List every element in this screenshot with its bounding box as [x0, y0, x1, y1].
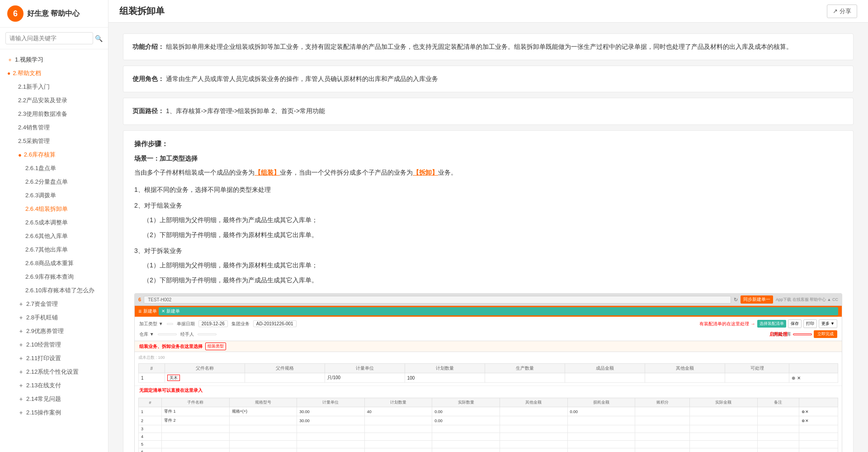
sidebar-item-2-6-5[interactable]: 2.6.5成本调整单	[14, 216, 108, 229]
sub-copy-icon-1[interactable]: ⊕	[802, 409, 805, 414]
sidebar-item-1[interactable]: ＋ 1.视频学习	[0, 53, 108, 67]
sidebar-item-2-9[interactable]: ＋ 2.9优惠券管理	[7, 324, 108, 338]
mock-sub-th-spec: 规格型号	[229, 398, 297, 407]
search-button[interactable]: 🔍	[95, 35, 103, 42]
mock-td-1-spec	[245, 373, 325, 383]
search-input[interactable]	[5, 32, 93, 44]
mock-date-value: 2019-12-26	[198, 320, 228, 327]
sidebar-item-2-6-2[interactable]: 2.6.2分量盘点单	[14, 175, 108, 189]
sidebar-item-2-3[interactable]: 2.3使用前数据准备	[7, 107, 108, 121]
sidebar-item-2-11[interactable]: ＋ 2.11打印设置	[7, 352, 108, 365]
sidebar-item-2-6-8-label: 2.6.8商品成本重算	[25, 259, 74, 267]
sidebar-item-2-6-5-label: 2.6.5成本调整单	[25, 219, 68, 227]
mock-sub-th-unit: 计量单位	[297, 398, 365, 407]
sub-td-2-remark	[757, 416, 799, 425]
sidebar-item-2-6[interactable]: ● 2.6库存核算	[7, 148, 108, 162]
share-button[interactable]: ↗ 分享	[827, 5, 857, 18]
sidebar-item-2-10[interactable]: ＋ 2.10经营管理	[7, 338, 108, 352]
sub-td-2-name: 零件 2	[161, 416, 229, 425]
mock-id-value: AD-20191226-001	[253, 320, 297, 327]
mock-new-build-tab: 新建单	[143, 308, 157, 314]
mock-td-1-name-input[interactable]: 关木	[167, 375, 180, 381]
sub-td-1-unit: 30.00	[297, 407, 365, 416]
sub-td-1-actual: 0.00	[432, 407, 500, 416]
mock-config-btn[interactable]: 选择装配清单	[757, 320, 786, 328]
sidebar-item-2[interactable]: ● 2.帮助文档	[0, 67, 108, 80]
sub-del-icon-2[interactable]: ✕	[805, 419, 809, 423]
sub-copy-icon-2[interactable]: ⊕	[802, 419, 805, 423]
sub-td-2-score	[635, 416, 690, 425]
mock-process-warehouse-input	[793, 333, 812, 335]
sidebar-item-2-7-label: 2.7资金管理	[26, 300, 58, 308]
mock-print-btn[interactable]: 打印	[803, 319, 817, 328]
nav-sub-2-6: 2.6.1盘点单 2.6.2分量盘点单 2.6.3调拨单 2.6.4组装拆卸单 …	[7, 162, 108, 297]
sidebar-item-2-6-4[interactable]: 2.6.4组装拆卸单	[14, 202, 108, 216]
sidebar-item-2-14[interactable]: ＋ 2.14常见问题	[7, 392, 108, 406]
mock-browser-bar: 6 TEST-H002 ↻ 同步新建单一 App下载 在线客服 帮助中心 ▲ C…	[135, 294, 842, 306]
role-text: 通常由生产人员或库管人员完成拆装业务的操作，库管人员确认原材料的出库和产成品的入…	[166, 75, 438, 82]
mock-new-order-btn[interactable]: 同步新建单一	[741, 295, 773, 304]
sidebar-item-2-1[interactable]: 2.1新手入门	[7, 80, 108, 94]
sub-table-row-2: 2 零件 2 30.00 0.00	[139, 416, 838, 425]
mock-td-1-prod	[485, 373, 565, 383]
mock-person-input	[198, 333, 217, 335]
mock-other-btn[interactable]: 更多 ▼	[819, 319, 837, 328]
mock-sub-th-remark: 备注	[757, 398, 799, 407]
sub-td-2-actual: 0.00	[432, 416, 500, 425]
sidebar-item-2-6-9[interactable]: 2.6.9库存账本查询	[14, 270, 108, 284]
sidebar-item-2-6-1[interactable]: 2.6.1盘点单	[14, 162, 108, 175]
sidebar-item-2-6-6[interactable]: 2.6.6其他入库单	[14, 229, 108, 243]
mock-type-input-box: 组装类型	[205, 343, 226, 350]
sidebar-item-2-4-label: 2.4销售管理	[18, 124, 50, 132]
sub-td-2-other	[500, 416, 567, 425]
mock-copy-icon[interactable]: ⊕	[792, 376, 795, 381]
mock-th-other-amt: 其他金额	[645, 364, 725, 373]
sidebar-item-2-6-8[interactable]: 2.6.8商品成本重算	[14, 257, 108, 270]
sidebar-item-2-8[interactable]: ＋ 2.8手机旺铺	[7, 311, 108, 324]
mock-sub-table-area: # 子件名称 规格型号 计量单位 计划数量 实际数量 其他金额 损耗金额 账积分	[135, 395, 842, 452]
step3-1-text: （1）上部明细为父件明细，最终作为原材料生成其它出库单；	[134, 259, 842, 271]
sidebar-item-2-2[interactable]: 2.2产品安装及登录	[7, 94, 108, 107]
sub-td-2-real	[690, 416, 758, 425]
sidebar-item-2-4[interactable]: 2.4销售管理	[7, 121, 108, 134]
mock-process-confirm-btn[interactable]: 立即完成	[814, 330, 837, 338]
step2-text: 2、对于组装业务	[134, 200, 842, 212]
mock-sub-th-plan: 计划数量	[364, 398, 432, 407]
sidebar-item-2-6-9-label: 2.6.9库存账本查询	[25, 273, 74, 281]
mock-th-num: #	[139, 364, 165, 373]
steps-section: 操作步骤： 场景一：加工类型选择 当由多个子件材料组装成一个成品的业务为【组装】…	[123, 130, 854, 452]
mock-sub-th-loss: 损耗金额	[567, 398, 635, 407]
scenario1-desc: 当由多个子件材料组装成一个成品的业务为【组装】业务，当由一个父件拆分成多个子产品…	[134, 167, 842, 179]
sub-td-2-loss	[567, 416, 635, 425]
sub-td-2-plan	[364, 416, 432, 425]
sidebar-item-2-6-1-label: 2.6.1盘点单	[25, 164, 56, 172]
sidebar-item-2-13[interactable]: ＋ 2.13在线支付	[7, 379, 108, 392]
sidebar-item-2-12[interactable]: ＋ 2.12系统个性化设置	[7, 365, 108, 379]
sidebar-item-2-5[interactable]: 2.5采购管理	[7, 134, 108, 148]
mock-url-bar: TEST-H002	[144, 296, 731, 304]
sidebar-item-2-6-10[interactable]: 2.6.10库存账本错了怎么办	[14, 284, 108, 297]
expand-icon-2-7: ＋	[18, 300, 24, 308]
mock-warehouse-input	[158, 333, 177, 335]
mock-sub-th-score: 账积分	[635, 398, 690, 407]
mock-delete-icon[interactable]: ✕	[797, 376, 801, 381]
sidebar-item-2-6-3[interactable]: 2.6.3调拨单	[14, 189, 108, 202]
sidebar-item-2-6-7[interactable]: 2.6.7其他出库单	[14, 243, 108, 257]
sidebar-item-2-15[interactable]: ＋ 2.15操作案例	[7, 406, 108, 419]
mock-sub-th-num: #	[139, 398, 162, 407]
sidebar-item-2-7[interactable]: ＋ 2.7资金管理	[7, 297, 108, 311]
mock-active-tab-label: ✕ 新建单	[161, 308, 180, 314]
sub-td-1-other	[500, 407, 567, 416]
mock-refresh-icon: ↻	[734, 297, 738, 303]
mock-person-label: 经手人	[180, 331, 194, 338]
logo-area: 6 好生意 帮助中心	[0, 0, 108, 28]
expand-icon-2-15: ＋	[18, 409, 24, 417]
expand-icon-2-12: ＋	[18, 368, 24, 376]
mock-form-fields: 加工类型 ▼ 单据日期 2019-12-26 集团业务 AD-20191226-…	[139, 319, 837, 328]
sub-td-1-loss: 0.00	[567, 407, 635, 416]
mock-type-label: 加工类型 ▼	[139, 321, 163, 327]
expand-icon-2-6: ●	[18, 152, 22, 158]
mock-save-btn[interactable]: 保存	[788, 319, 802, 328]
sub-del-icon-1[interactable]: ✕	[805, 409, 809, 414]
mock-type-annotation-text: 组装业务、拆卸业务在这里选择	[139, 343, 203, 350]
